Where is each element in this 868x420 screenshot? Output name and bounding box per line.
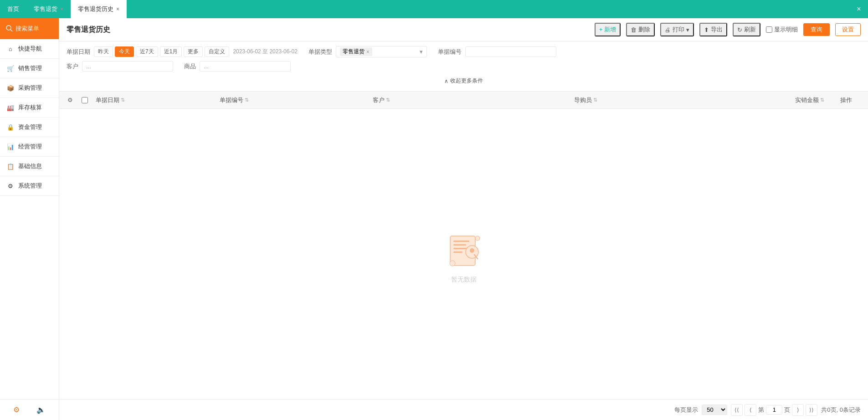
th-amount-label: 实销金额: [795, 96, 819, 104]
sidebar-item-operations[interactable]: 📊经营管理: [0, 137, 59, 157]
select-all-checkbox[interactable]: [82, 97, 88, 103]
voucher-type-tag-close[interactable]: ×: [366, 49, 370, 55]
delete-button[interactable]: 🗑 删除: [626, 23, 655, 36]
table-settings-icon[interactable]: ⚙: [63, 97, 77, 103]
box-icon: 📦: [6, 84, 15, 92]
sidebar-item-label-inventory: 库存核算: [18, 103, 42, 112]
th-customer[interactable]: 客户 ⇅: [369, 96, 570, 104]
sidebar-nav: ⌂快捷导航🛒销售管理📦采购管理🏭库存核算🔒资金管理📊经营管理📋基础信息⚙系统管理: [0, 39, 59, 399]
th-guide[interactable]: 导购员 ⇅: [570, 96, 724, 104]
table-area: ⚙ 单据日期 ⇅ 单据编号 ⇅ 客户 ⇅ 导购员 ⇅: [59, 92, 868, 399]
svg-point-11: [475, 236, 480, 241]
show-detail-toggle[interactable]: 显示明细: [766, 26, 798, 34]
svg-rect-6: [453, 251, 462, 253]
customer-input[interactable]: ...: [82, 61, 173, 72]
window-close-button[interactable]: ×: [850, 0, 868, 18]
date-btn-7days[interactable]: 近7天: [136, 46, 158, 57]
sidebar: 搜索菜单 ⌂快捷导航🛒销售管理📦采购管理🏭库存核算🔒资金管理📊经营管理📋基础信息…: [0, 18, 59, 420]
page-number-input[interactable]: [766, 405, 782, 415]
voucher-num-filter: 单据编号: [438, 46, 556, 57]
tab-retail-return[interactable]: 零售退货×: [26, 0, 71, 18]
date-btn-1month[interactable]: 近1月: [160, 46, 182, 57]
filter-area: 单据日期 昨天 今天 近7天 近1月 更多 自定义 2023-06-02 至 2…: [59, 41, 868, 92]
content-area: 零售退货历史 + 新增 🗑 删除 🖨 打印 ▾ ⬆ 导出 ↻: [59, 18, 868, 420]
th-date-label: 单据日期: [96, 96, 119, 104]
settings-bottom-button[interactable]: ⚙: [10, 403, 22, 417]
export-button[interactable]: ⬆ 导出: [699, 23, 727, 36]
tab-home[interactable]: 首页: [0, 0, 26, 18]
date-label: 单据日期: [67, 48, 90, 56]
refresh-button[interactable]: ↻ 刷新: [733, 23, 760, 36]
audio-bottom-button[interactable]: 🔈: [34, 403, 48, 417]
query-button[interactable]: 查询: [803, 23, 830, 36]
filter-row-1: 单据日期 昨天 今天 近7天 近1月 更多 自定义 2023-06-02 至 2…: [67, 46, 861, 57]
voucher-num-input[interactable]: [465, 46, 556, 57]
page-next-button[interactable]: ⟩: [792, 404, 804, 416]
sidebar-item-system[interactable]: ⚙系统管理: [0, 176, 59, 196]
th-amount-sort-icon: ⇅: [820, 97, 824, 103]
cart-icon: 🛒: [6, 64, 15, 72]
customer-label: 客户: [67, 62, 78, 71]
customer-filter: 客户 ...: [67, 61, 173, 72]
th-num[interactable]: 单据编号 ⇅: [216, 96, 369, 104]
show-detail-checkbox[interactable]: [766, 26, 772, 33]
sidebar-item-label-purchase: 采购管理: [18, 84, 42, 92]
sidebar-item-inventory[interactable]: 🏭库存核算: [0, 98, 59, 118]
th-guide-label: 导购员: [574, 96, 592, 104]
tab-retail-return-history[interactable]: 零售退货历史×: [71, 0, 127, 18]
page-first-button[interactable]: ⟨⟨: [731, 404, 743, 416]
new-button[interactable]: + 新增: [595, 23, 621, 36]
th-guide-sort-icon: ⇅: [593, 97, 597, 103]
sidebar-item-label-system: 系统管理: [18, 182, 42, 190]
th-num-label: 单据编号: [220, 96, 243, 104]
voucher-type-filter: 单据类型 零售退货 × ▾: [308, 46, 427, 57]
page-size-select[interactable]: 50 20 100: [702, 405, 727, 415]
page-title: 零售退货历史: [67, 25, 110, 35]
voucher-num-label: 单据编号: [438, 48, 462, 56]
search-icon: [5, 25, 13, 33]
svg-rect-3: [453, 241, 469, 242]
table-icon: 📋: [6, 162, 15, 170]
tab-retail-return-close[interactable]: ×: [60, 6, 63, 12]
sidebar-item-purchase[interactable]: 📦采购管理: [0, 78, 59, 98]
date-btn-more[interactable]: 更多: [184, 46, 203, 57]
collapse-filter-button[interactable]: ∧ 收起更多条件: [67, 75, 861, 87]
sidebar-item-sales[interactable]: 🛒销售管理: [0, 59, 59, 78]
empty-text: 暂无数据: [451, 276, 477, 284]
sidebar-search-button[interactable]: 搜索菜单: [0, 18, 59, 39]
tab-retail-return-history-close[interactable]: ×: [116, 6, 119, 12]
page-prev-button[interactable]: ⟨: [745, 404, 756, 416]
filter-row-2: 客户 ... 商品 ...: [67, 61, 861, 72]
sidebar-item-label-base-info: 基础信息: [18, 162, 42, 170]
pagination: 每页显示 50 20 100 ⟨⟨ ⟨ 第 页 ⟩ ⟩⟩ 共0页, 0条记录: [59, 399, 868, 420]
date-btn-custom[interactable]: 自定义: [205, 46, 229, 57]
main-layout: 搜索菜单 ⌂快捷导航🛒销售管理📦采购管理🏭库存核算🔒资金管理📊经营管理📋基础信息…: [0, 18, 868, 420]
sidebar-bottom: ⚙ 🔈: [0, 399, 59, 420]
th-date[interactable]: 单据日期 ⇅: [92, 96, 216, 104]
home-icon: ⌂: [6, 45, 15, 53]
voucher-type-select[interactable]: 零售退货 × ▾: [336, 46, 427, 57]
setting-button[interactable]: 设置: [835, 23, 861, 36]
th-customer-label: 客户: [373, 96, 385, 104]
sidebar-item-quick-nav[interactable]: ⌂快捷导航: [0, 39, 59, 59]
goods-label: 商品: [184, 62, 196, 71]
sidebar-item-base-info[interactable]: 📋基础信息: [0, 157, 59, 176]
print-button[interactable]: 🖨 打印 ▾: [660, 23, 694, 36]
voucher-type-arrow-icon: ▾: [420, 48, 423, 55]
sidebar-item-finance[interactable]: 🔒资金管理: [0, 118, 59, 137]
date-btn-yesterday[interactable]: 昨天: [94, 46, 113, 57]
table-select-all[interactable]: [77, 97, 92, 103]
voucher-type-label: 单据类型: [308, 48, 332, 56]
sidebar-search-label: 搜索菜单: [15, 25, 39, 33]
page-last-button[interactable]: ⟩⟩: [806, 404, 817, 416]
page-unit: 页: [784, 406, 790, 414]
warehouse-icon: 🏭: [6, 103, 15, 112]
goods-input[interactable]: ...: [200, 61, 291, 72]
date-range-display: 2023-06-02 至 2023-06-02: [233, 48, 297, 56]
sidebar-item-label-sales: 销售管理: [18, 64, 42, 72]
print-arrow-icon: ▾: [686, 26, 689, 33]
th-action: 操作: [828, 96, 864, 104]
th-amount[interactable]: 实销金额 ⇅: [724, 96, 828, 104]
chart-icon: 📊: [6, 143, 15, 151]
date-btn-today[interactable]: 今天: [115, 46, 134, 57]
